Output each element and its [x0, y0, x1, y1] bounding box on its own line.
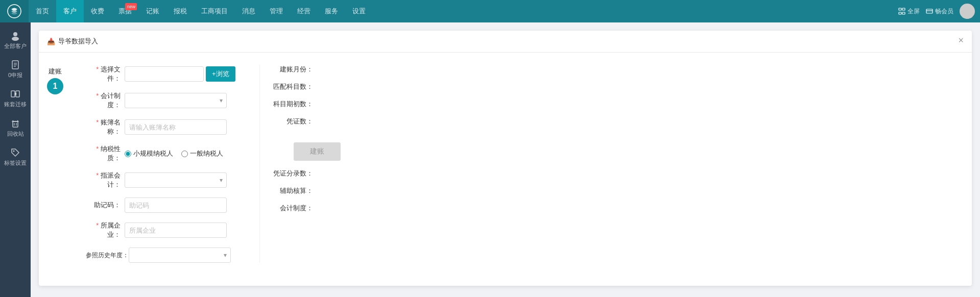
info-section: 建账月份： 匹配科目数： 科目期初数： 凭证数： [259, 65, 362, 263]
svg-point-10 [12, 37, 19, 41]
history-row: 参照历史年度： [84, 247, 247, 263]
nav-item-clients[interactable]: 客户 [56, 0, 84, 22]
nav-item-messages[interactable]: 消息 [235, 0, 262, 22]
step-label-area: 建账 1 [47, 65, 71, 94]
accountant-select-wrapper [125, 172, 227, 188]
card-header: 📥 导爷数据导入 [39, 31, 972, 53]
voucher-row: 凭证数： [272, 117, 362, 126]
top-nav: 首页 客户 收费 票据 new 记账 报税 工商项目 消息 管理 经营 [0, 0, 980, 22]
file-row: 选择文件： +浏览 [84, 65, 247, 83]
sidebar: 全部客户 0申报 账套迁移 [0, 22, 31, 297]
sidebar-item-recycle[interactable]: 回收站 [0, 114, 31, 141]
step-circle: 1 [47, 78, 63, 94]
close-button[interactable]: × [958, 36, 964, 45]
match-row: 匹配科目数： [272, 82, 362, 91]
tax-small-label[interactable]: 小规模纳税人 [125, 149, 173, 158]
company-label: 所属企业： [84, 221, 121, 239]
memo-row: 助记码： [84, 197, 247, 213]
ledger-input[interactable] [125, 119, 227, 135]
month-row: 建账月份： [272, 65, 362, 74]
memo-label: 助记码： [84, 201, 121, 210]
ledger-label: 账簿名称： [84, 118, 121, 136]
file-input-row: +浏览 [125, 66, 235, 82]
nav-item-business[interactable]: 工商项目 [194, 0, 235, 22]
accounting-row: 会计制度： [84, 91, 247, 110]
nav-item-home[interactable]: 首页 [29, 0, 56, 22]
step-text: 建账 [49, 67, 62, 76]
company-input[interactable] [125, 222, 227, 238]
step-section: 建账 1 [47, 65, 84, 263]
auxiliary-label: 辅助核算： [272, 186, 313, 195]
sidebar-item-all-clients[interactable]: 全部客户 [0, 27, 31, 54]
import-card: 📥 导爷数据导入 × 建账 1 选择文件： [39, 31, 972, 286]
nav-item-operations[interactable]: 经营 [290, 0, 318, 22]
accounting-label: 会计制度： [84, 91, 121, 110]
tax-small-text: 小规模纳税人 [133, 149, 173, 158]
initial-label: 科目期初数： [272, 100, 313, 109]
svg-point-21 [13, 150, 15, 152]
sidebar-item-migrate[interactable]: 账套迁移 [0, 85, 31, 112]
member-button[interactable]: 畅会员 [926, 7, 953, 16]
fullscreen-button[interactable]: 全屏 [898, 7, 920, 16]
tax-general-radio[interactable] [181, 151, 188, 157]
accounting-system-row: 会计制度： [272, 204, 362, 213]
match-label: 匹配科目数： [272, 82, 313, 91]
nav-item-bookkeeping[interactable]: 记账 [139, 0, 166, 22]
accountant-row: 指派会计： [84, 171, 247, 189]
new-badge: new [125, 3, 137, 10]
build-button-wrapper: 建账 [272, 138, 362, 161]
user-avatar[interactable] [960, 4, 975, 19]
nav-item-invoices[interactable]: 票据 new [111, 0, 139, 22]
svg-rect-3 [899, 12, 901, 14]
card-body: 建账 1 选择文件： +浏览 [39, 53, 972, 275]
nav-items: 首页 客户 收费 票据 new 记账 报税 工商项目 消息 管理 经营 [29, 0, 898, 22]
nav-item-service[interactable]: 服务 [318, 0, 345, 22]
accounting-system-label: 会计制度： [272, 204, 313, 213]
history-select-wrapper [129, 247, 231, 263]
file-input[interactable] [125, 66, 204, 82]
voucher-records-label: 凭证分录数： [272, 169, 313, 178]
svg-rect-2 [902, 8, 905, 10]
accountant-label: 指派会计： [84, 171, 121, 189]
svg-rect-4 [902, 12, 905, 14]
nav-logo[interactable] [0, 0, 29, 22]
svg-rect-1 [899, 8, 901, 10]
tax-general-text: 一般纳税人 [190, 149, 223, 158]
sidebar-item-tags[interactable]: 标签设置 [0, 143, 31, 170]
nav-item-admin[interactable]: 管理 [262, 0, 290, 22]
nav-item-tax[interactable]: 报税 [166, 0, 194, 22]
tax-general-label[interactable]: 一般纳税人 [181, 149, 223, 158]
accounting-select-wrapper [125, 93, 227, 108]
file-label: 选择文件： [84, 65, 121, 83]
nav-item-settings[interactable]: 设置 [345, 0, 373, 22]
company-row: 所属企业： [84, 221, 247, 239]
history-select[interactable] [129, 247, 231, 263]
svg-rect-18 [13, 121, 18, 127]
accounting-select[interactable] [125, 93, 227, 108]
svg-rect-15 [11, 91, 15, 97]
card-title: 导爷数据导入 [58, 37, 98, 46]
auxiliary-row: 辅助核算： [272, 186, 362, 195]
browse-button[interactable]: +浏览 [206, 66, 235, 82]
tax-radio-group: 小规模纳税人 一般纳税人 [125, 149, 223, 158]
tax-small-radio[interactable] [125, 151, 131, 157]
card-title-icon: 📥 [47, 38, 55, 45]
sidebar-item-declare[interactable]: 0申报 [0, 56, 31, 83]
svg-point-9 [13, 32, 17, 36]
history-label: 参照历史年度： [84, 251, 129, 260]
voucher-records-row: 凭证分录数： [272, 169, 362, 178]
svg-point-8 [962, 13, 972, 19]
initial-row: 科目期初数： [272, 100, 362, 109]
svg-point-7 [964, 7, 970, 13]
month-label: 建账月份： [272, 65, 313, 74]
voucher-label: 凭证数： [272, 117, 313, 126]
svg-rect-5 [926, 9, 933, 13]
accountant-select[interactable] [125, 172, 227, 188]
form-section: 选择文件： +浏览 会计制度： [84, 65, 247, 263]
ledger-row: 账簿名称： [84, 118, 247, 136]
tax-label: 纳税性质： [84, 144, 121, 163]
memo-input[interactable] [125, 197, 227, 213]
nav-item-fees[interactable]: 收费 [84, 0, 111, 22]
content-area: 📥 导爷数据导入 × 建账 1 选择文件： [31, 22, 980, 297]
build-account-button[interactable]: 建账 [294, 142, 341, 161]
